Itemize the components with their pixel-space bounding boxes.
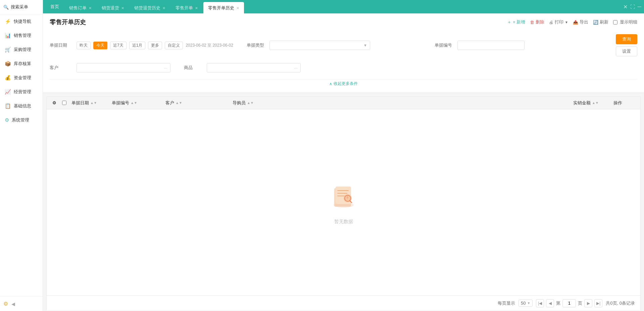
sort-date-icon: ▲▼ [90,101,97,105]
sidebar-item-label: 经营管理 [14,89,31,95]
sidebar-item-label: 资金管理 [14,75,31,81]
tab-bar-minimize-icon[interactable]: ─ [638,4,641,10]
yesterday-btn[interactable]: 昨天 [77,42,91,49]
per-page-label: 每页显示 [498,300,515,306]
tab-retail-open[interactable]: 零售开单 ✕ [171,2,203,14]
th-customer[interactable]: 客户 ▲▼ [163,100,230,106]
sidebar-item-quick-nav[interactable]: ⚡ 快捷导航 [0,14,43,29]
more-btn[interactable]: 更多 [148,42,162,49]
th-amount[interactable]: 实销金额 ▲▼ [571,100,611,106]
action-buttons: 查询 设置 [616,34,637,56]
th-date[interactable]: 单据日期 ▲▼ [69,100,109,106]
search-icon: 🔍 [3,5,9,10]
th-guide[interactable]: 导购员 ▲▼ [230,100,270,106]
finance-icon: 💰 [5,75,11,81]
tab-close-sales-order[interactable]: ✕ [89,6,92,10]
page-input[interactable] [562,299,576,307]
filter-row-1: 单据日期 昨天 今天 近7天 近1月 更多 自定义 2023-06-02 至 2… [50,34,637,56]
display-detail-checkbox[interactable] [613,20,617,24]
table-header: ⚙ 单据日期 ▲▼ 单据编号 ▲▼ 客户 ▲▼ 导购员 [47,97,640,109]
sidebar-search-label: 搜索采单 [11,4,28,10]
settings-icon[interactable]: ⚙ [3,301,8,307]
customer-dots: ··· [164,65,167,70]
tab-close-retail-open-history[interactable]: ✕ [236,6,239,10]
print-button[interactable]: 🖨 打印 ▼ [549,19,568,25]
next-page-btn[interactable]: ▶ [584,299,592,307]
sys-mgmt-icon: ⚙ [5,117,9,123]
sidebar-item-finance[interactable]: 💰 资金管理 [0,71,43,85]
page-label: 第 [556,300,560,306]
today-btn[interactable]: 今天 [93,42,107,49]
refresh-icon: 🔄 [593,20,598,25]
tab-home[interactable]: 首页 [46,2,64,12]
product-filter-label: 商品 [184,65,204,71]
doc-type-select[interactable]: ▼ [269,41,370,50]
first-page-btn[interactable]: |◀ [536,299,544,307]
doc-type-label: 单据类型 [247,42,267,48]
sidebar-item-base-info[interactable]: 📋 基础信息 [0,99,43,113]
last-page-btn[interactable]: ▶| [594,299,602,307]
product-input[interactable]: ··· [207,63,301,72]
sidebar-item-purchase-mgmt[interactable]: 🛒 采购管理 [0,43,43,57]
filter-area: 单据日期 昨天 今天 近7天 近1月 更多 自定义 2023-06-02 至 2… [50,31,637,93]
quick-nav-icon: ⚡ [5,18,11,24]
per-page-dropdown-icon: ▼ [527,301,530,305]
per-page-select[interactable]: 50 ▼ [518,300,533,307]
tab-close-retail-open[interactable]: ✕ [195,6,198,10]
sidebar-bottom: ⚙ ◀ [0,296,43,311]
tab-close-sales-return-history[interactable]: ✕ [162,6,165,10]
sidebar-item-label: 快捷导航 [14,18,31,24]
customer-input[interactable]: ··· [77,63,170,72]
base-info-icon: 📋 [5,103,11,109]
empty-text: 暂无数据 [334,219,353,225]
sidebar-item-sales-mgmt[interactable]: 📊 销售管理 [0,29,43,43]
filter-setting-button[interactable]: 设置 [616,46,637,56]
add-button[interactable]: ＋ + 新增 [507,19,525,25]
prev-page-btn[interactable]: ◀ [546,299,554,307]
tab-sales-return[interactable]: 销货退货 ✕ [97,2,129,14]
sidebar-item-label: 基础信息 [14,103,31,109]
tab-retail-open-history[interactable]: 零售开单历史 ✕ [203,2,244,14]
select-all-checkbox[interactable] [62,101,66,105]
doc-num-input[interactable] [457,41,525,50]
customer-filter-label: 客户 [50,65,70,71]
sidebar-item-sys-mgmt[interactable]: ⚙ 系统管理 [0,113,43,127]
dropdown-icon: ▼ [363,43,367,47]
collapse-sidebar-icon[interactable]: ◀ [11,301,15,307]
svg-text:?: ? [346,196,348,200]
th-num[interactable]: 单据编号 ▲▼ [109,100,163,106]
sidebar-item-label: 库存核算 [14,61,31,67]
empty-illustration: ? [327,180,360,213]
sidebar-item-label: 系统管理 [12,117,29,123]
print-dropdown-icon: ▼ [565,20,568,24]
sidebar-item-inventory[interactable]: 📦 库存核算 [0,57,43,71]
page-header: 零售开单历史 ＋ + 新增 🗑 删除 🖨 打印 ▼ [43,13,644,93]
display-detail-button[interactable]: 显示明细 [613,19,637,25]
refresh-button[interactable]: 🔄 刷新 [593,19,608,25]
delete-button[interactable]: 🗑 删除 [530,19,544,25]
collapse-button[interactable]: ∧ 收起更多条件 [329,81,358,87]
last7-btn[interactable]: 近7天 [110,42,127,49]
export-button[interactable]: 📤 导出 [573,19,588,25]
last-month-btn[interactable]: 近1月 [129,42,146,49]
content-area: 零售开单历史 ＋ + 新增 🗑 删除 🖨 打印 ▼ [43,13,644,311]
table-settings-icon[interactable]: ⚙ [49,100,59,105]
date-filter-label: 单据日期 [50,42,70,48]
sidebar-item-operations[interactable]: 📈 经营管理 [0,85,43,99]
sort-customer-icon: ▲▼ [176,101,182,105]
sidebar-search[interactable]: 🔍 搜索采单 [0,0,43,14]
tab-bar-restore-icon[interactable]: ⛶ [630,4,635,9]
table-area: ⚙ 单据日期 ▲▼ 单据编号 ▲▼ 客户 ▲▼ 导购员 [46,96,641,311]
sort-amount-icon: ▲▼ [592,101,599,105]
tab-close-sales-return[interactable]: ✕ [121,6,124,10]
tab-sales-return-history[interactable]: 销货退货历史 ✕ [130,2,170,14]
table-select-all[interactable] [59,101,69,105]
export-icon: 📤 [573,20,578,25]
query-button[interactable]: 查询 [616,34,637,44]
collapse-row: ∧ 收起更多条件 [50,79,637,88]
date-filter-group: 昨天 今天 近7天 近1月 更多 自定义 2023-06-02 至 2023-0… [77,42,233,49]
tab-bar-close-icon[interactable]: ✕ [623,4,628,10]
tab-sales-order[interactable]: 销售订单 ✕ [64,2,96,14]
custom-btn[interactable]: 自定义 [165,42,183,49]
delete-icon: 🗑 [530,20,534,25]
